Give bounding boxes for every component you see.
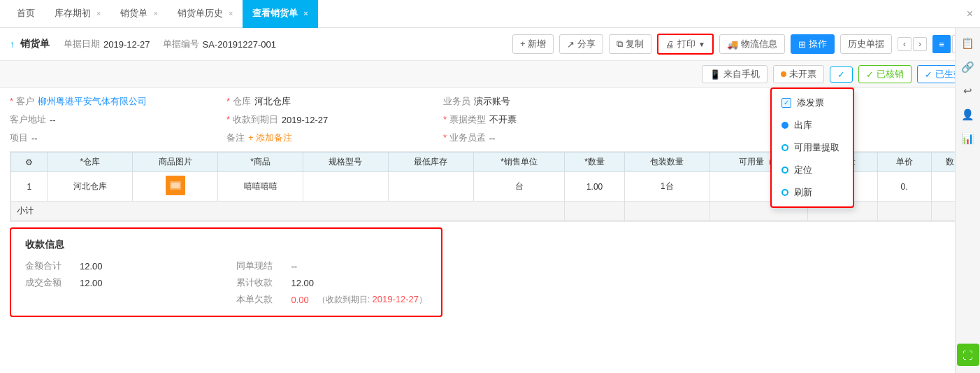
window-close-button[interactable]: × xyxy=(967,8,973,20)
tab-sales[interactable]: 销货单 × xyxy=(110,0,167,28)
note-label: 备注 xyxy=(226,132,245,144)
tab-inventory[interactable]: 库存期初 × xyxy=(45,0,110,28)
share-button[interactable]: ↗ 分享 xyxy=(559,34,603,54)
tab-home[interactable]: 首页 xyxy=(7,0,45,28)
sidebar-return-icon[interactable]: ↩ xyxy=(958,81,978,101)
subtotal-pack xyxy=(624,202,709,221)
col-product: *商品 xyxy=(218,153,303,172)
locate-item[interactable]: 定位 xyxy=(772,159,853,181)
refresh-item[interactable]: 刷新 xyxy=(772,181,853,204)
staff-field: 业务员 演示账号 xyxy=(443,95,639,108)
operations-label: 操作 xyxy=(809,38,827,50)
confirmed-label: 已核销 xyxy=(877,68,904,80)
project-field: 项目 -- xyxy=(10,132,206,144)
amount-value: 12.00 xyxy=(80,261,103,272)
add-invoice-label: 添发票 xyxy=(797,97,824,109)
tab-sales-close[interactable]: × xyxy=(153,9,157,17)
same-order-value: -- xyxy=(291,261,297,272)
col-gear: ⚙ xyxy=(11,153,48,172)
cell-qty: 1.00 xyxy=(565,172,625,202)
share-icon: ↗ xyxy=(567,39,575,50)
nav-arrows: ‹ › xyxy=(898,37,927,51)
col-min-stock: 最低库存 xyxy=(388,153,473,172)
due-date-label: 收款到期日 xyxy=(226,113,278,126)
refresh-radio-icon xyxy=(781,189,788,196)
confirmed-button[interactable]: ✓ 已核销 xyxy=(858,65,911,83)
prev-button[interactable]: ‹ xyxy=(898,37,911,51)
cell-price: 0. xyxy=(877,172,931,202)
sidebar-chart-icon[interactable]: 📊 xyxy=(958,129,978,148)
doc-number-value: SA-20191227-001 xyxy=(203,39,277,50)
sidebar-expand-icon[interactable]: ⛶ xyxy=(957,344,979,366)
new-button[interactable]: + 新增 xyxy=(512,34,554,54)
operations-dropdown: ✓ 添发票 出库 可用量提取 定位 刷新 xyxy=(770,87,854,208)
arrears-label: 本单欠款 xyxy=(236,293,285,306)
tab-sales-history-label: 销货单历史 xyxy=(178,7,223,20)
customer-value[interactable]: 柳州粤港平安气体有限公司 xyxy=(38,95,147,108)
tab-view-sales-close[interactable]: × xyxy=(303,9,308,17)
copy-button[interactable]: ⧉ 复制 xyxy=(609,34,651,54)
subtotal-price xyxy=(877,202,931,221)
staff2-value: -- xyxy=(489,133,496,143)
print-dropdown-arrow: ▼ xyxy=(698,41,705,48)
share-label: 分享 xyxy=(577,38,596,50)
warehouse-label: 仓库 xyxy=(226,95,251,108)
copy-icon: ⧉ xyxy=(617,38,623,50)
sales-order-icon: ↑ xyxy=(10,38,15,50)
operations-button[interactable]: ⊞ 操作 xyxy=(791,34,835,54)
staff2-label: 业务员孟 xyxy=(443,132,486,144)
right-sidebar: 📋 🔗 ↩ 👤 📊 ⛶ xyxy=(955,28,980,373)
checkbox-icon: ✓ xyxy=(781,98,791,108)
tab-view-sales[interactable]: 查看销货单 × xyxy=(243,0,317,28)
cell-unit: 台 xyxy=(473,172,565,202)
history-label: 历史单据 xyxy=(848,38,884,50)
not-open-button[interactable]: 未开票 xyxy=(773,65,824,83)
deal-row: 成交金额 12.00 xyxy=(25,276,215,289)
toolbar-row: 📱 来自手机 未开票 ✓ ✓ 已核销 ✓ 已生效 xyxy=(0,61,980,88)
sidebar-link-icon[interactable]: 🔗 xyxy=(958,57,978,77)
amount-label: 金额合计 xyxy=(25,260,74,272)
deal-label: 成交金额 xyxy=(25,276,74,289)
sidebar-user-icon[interactable]: 👤 xyxy=(958,105,978,125)
orange-dot-icon xyxy=(781,71,786,77)
subtotal-qty xyxy=(565,202,625,221)
next-button[interactable]: › xyxy=(913,37,927,51)
payment-title: 收款信息 xyxy=(25,239,427,251)
check-icon: ✓ xyxy=(837,69,845,80)
outbound-item[interactable]: 出库 xyxy=(772,114,853,136)
add-note-button[interactable]: + 添加备注 xyxy=(248,132,292,144)
truck-icon: 🚚 xyxy=(727,39,738,50)
arrears-date: 2019-12-27 xyxy=(372,294,419,304)
print-icon: 🖨 xyxy=(665,39,675,50)
tab-view-sales-label: 查看销货单 xyxy=(252,7,298,20)
payment-grid: 金额合计 12.00 同单现结 -- 成交金额 12.00 累计收款 12.00… xyxy=(25,260,427,306)
effected-check-icon: ✓ xyxy=(925,69,932,80)
tab-sales-history-close[interactable]: × xyxy=(229,9,233,17)
project-value: -- xyxy=(31,133,38,143)
doc-date-label: 单据日期 xyxy=(64,38,100,50)
from-phone-button[interactable]: 📱 来自手机 xyxy=(702,65,768,83)
doc-date-field: 单据日期 2019-12-27 xyxy=(64,38,150,50)
list-view-button[interactable]: ≡ xyxy=(932,35,951,53)
sidebar-doc-icon[interactable]: 📋 xyxy=(958,34,978,53)
svg-rect-2 xyxy=(171,183,180,188)
available-qty-label: 可用量提取 xyxy=(794,141,840,154)
confirm-check-button[interactable]: ✓ xyxy=(830,66,853,83)
logistics-button[interactable]: 🚚 物流信息 xyxy=(719,34,785,54)
cumulative-value: 12.00 xyxy=(291,278,314,288)
doc-header: ↑ 销货单 单据日期 2019-12-27 单据编号 SA-20191227-0… xyxy=(0,28,980,61)
add-invoice-item[interactable]: ✓ 添发票 xyxy=(772,92,853,114)
plus-icon: + xyxy=(248,132,254,143)
same-order-row: 同单现结 -- xyxy=(236,260,426,272)
staff-label: 业务员 xyxy=(443,95,470,108)
history-button[interactable]: 历史单据 xyxy=(840,34,892,54)
print-button[interactable]: 🖨 打印 ▼ xyxy=(657,34,714,55)
customer-field: 客户 柳州粤港平安气体有限公司 xyxy=(10,95,206,108)
arrears-value: 0.00 xyxy=(291,295,308,305)
deal-value: 12.00 xyxy=(80,278,103,288)
doc-type-label: 销货单 xyxy=(20,38,50,50)
available-qty-item[interactable]: 可用量提取 xyxy=(772,136,853,159)
tab-sales-history[interactable]: 销货单历史 × xyxy=(168,0,243,28)
tab-inventory-close[interactable]: × xyxy=(96,9,101,17)
warehouse-field: 仓库 河北仓库 xyxy=(226,95,422,108)
